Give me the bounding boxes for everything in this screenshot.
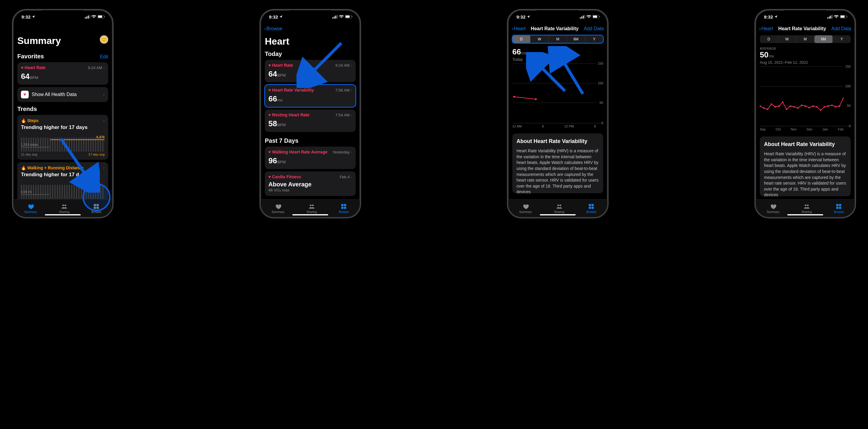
seg-D[interactable]: D xyxy=(512,35,531,43)
card-heart-rate-variability[interactable]: ♥Heart Rate Variability7:56 AM› 66ms xyxy=(265,85,356,107)
x-labels: 12 AM612 PM6 xyxy=(512,124,603,128)
seg-6M[interactable]: 6M xyxy=(814,35,833,43)
svg-rect-15 xyxy=(334,17,335,19)
svg-rect-20 xyxy=(352,16,352,17)
chevron-icon: › xyxy=(351,175,352,179)
tab-sharing[interactable]: Sharing xyxy=(306,203,316,213)
date-range: Aug 15, 2021–Feb 12, 2022 xyxy=(760,60,851,65)
location-icon xyxy=(279,15,283,19)
tab-sharing[interactable]: Sharing xyxy=(801,203,811,213)
tab-label: Sharing xyxy=(801,210,811,213)
today-header: Today xyxy=(265,51,282,57)
show-all-health-data[interactable]: ♥ Show All Health Data › xyxy=(17,87,108,102)
trend-legend-l: 11-day avg xyxy=(21,152,37,156)
nav-bar: ‹Browse xyxy=(261,23,360,34)
seg-Y[interactable]: Y xyxy=(833,35,851,43)
tab-summary[interactable]: Summary xyxy=(24,203,37,213)
home-indicator[interactable] xyxy=(292,214,328,216)
home-indicator[interactable] xyxy=(540,214,576,216)
status-time: 9:32 xyxy=(764,15,773,20)
notch xyxy=(784,10,826,19)
card-trend-walking[interactable]: 🔥Walking + Running Distance › Trending h… xyxy=(17,162,108,199)
about-title: About Heart Rate Variability xyxy=(764,141,846,148)
svg-point-21 xyxy=(310,205,311,206)
tab-label: Summary xyxy=(767,210,779,213)
edit-button[interactable]: Edit xyxy=(100,54,108,60)
card-trend-steps[interactable]: 🔥Steps › Trending higher for 17 days 11-… xyxy=(17,115,108,160)
home-indicator[interactable] xyxy=(45,214,81,216)
card-value: 58 xyxy=(269,119,277,128)
seg-D[interactable]: D xyxy=(760,35,778,43)
tab-summary[interactable]: Summary xyxy=(272,203,284,213)
wifi-icon xyxy=(91,15,96,19)
status-time: 9:32 xyxy=(22,15,30,20)
svg-point-38 xyxy=(560,205,561,206)
hrv-chart[interactable]: 150 100 50 0 xyxy=(512,63,603,123)
cell-icon xyxy=(580,15,585,19)
seg-W[interactable]: W xyxy=(778,35,796,43)
x-label: 6 xyxy=(594,124,596,128)
phone-hrv-day: 9:32 ‹Heart Heart Rate Variability Add D… xyxy=(507,9,609,219)
svg-rect-34 xyxy=(599,16,600,17)
chevron-left-icon: ‹ xyxy=(264,26,266,31)
svg-rect-40 xyxy=(591,204,594,206)
back-button[interactable]: ‹Browse xyxy=(264,26,282,31)
tab-label: Sharing xyxy=(554,210,564,213)
status-right xyxy=(580,15,600,19)
card-title: Walking Heart Rate Average xyxy=(272,150,327,154)
tab-sharing[interactable]: Sharing xyxy=(59,203,69,213)
tab-summary[interactable]: Summary xyxy=(767,203,779,213)
seg-M[interactable]: M xyxy=(796,35,814,43)
status-right xyxy=(332,15,353,19)
card-heart-rate[interactable]: ♥Heart Rate9:24 AM› 64BPM xyxy=(265,60,356,82)
back-button[interactable]: ‹Heart xyxy=(759,26,773,31)
card-value: 96 xyxy=(269,156,277,165)
seg-M[interactable]: M xyxy=(549,35,567,43)
add-data-button[interactable]: Add Data xyxy=(584,26,604,31)
svg-point-74 xyxy=(843,97,843,99)
card-title: Steps xyxy=(27,118,38,123)
avatar[interactable]: 🙂 xyxy=(100,35,108,44)
svg-point-60 xyxy=(790,105,791,107)
seg-6M[interactable]: 6M xyxy=(567,35,585,43)
card-cardio-fitness[interactable]: ♥Cardio FitnessFeb 4› Above Average 46 V… xyxy=(265,171,356,196)
svg-point-54 xyxy=(767,109,769,110)
card-resting-heart-rate[interactable]: ♥Resting Heart Rate7:54 AM› 58BPM xyxy=(265,110,356,132)
home-indicator[interactable] xyxy=(787,214,823,216)
svg-rect-77 xyxy=(836,204,838,206)
seg-Y[interactable]: Y xyxy=(585,35,603,43)
card-heart-rate[interactable]: ♥Heart Rate 9:24 AM› 64BPM xyxy=(17,62,108,85)
svg-rect-26 xyxy=(344,207,346,209)
trend-headline: Trending higher for 17 d xyxy=(21,172,104,178)
back-button[interactable]: ‹Heart xyxy=(512,26,525,31)
time-range-segmented[interactable]: DWM6MY xyxy=(512,35,603,43)
time-range-segmented[interactable]: DWM6MY xyxy=(760,35,851,43)
about-card: About Heart Rate Variability Heart Rate … xyxy=(512,134,603,193)
svg-point-68 xyxy=(820,109,822,111)
svg-rect-48 xyxy=(832,15,833,19)
card-walking-hr-avg[interactable]: ♥Walking Heart Rate AverageYesterday› 96… xyxy=(265,147,356,169)
tab-browse[interactable]: Browse xyxy=(834,203,844,213)
phone-summary: 9:32 Summary 🙂 Favorites Edit ♥Heart Rat… xyxy=(12,9,114,219)
seg-W[interactable]: W xyxy=(531,35,549,43)
tab-browse[interactable]: Browse xyxy=(339,203,349,213)
trend-headline: Trending higher for 17 days xyxy=(21,124,104,131)
y-label: 50 xyxy=(599,101,603,105)
add-data-button[interactable]: Add Data xyxy=(831,26,851,31)
svg-point-69 xyxy=(824,106,825,108)
trend-base-line xyxy=(21,194,49,195)
card-sub: 46 VO₂ max xyxy=(269,188,352,192)
tab-summary[interactable]: Summary xyxy=(519,203,532,213)
x-label: 12 PM xyxy=(564,124,574,128)
hrv-chart[interactable]: 150 100 50 0 xyxy=(760,66,851,126)
about-text: Heart Rate Variability (HRV) is a measur… xyxy=(517,148,599,193)
notch xyxy=(42,10,84,19)
page-title: Heart xyxy=(265,36,356,47)
tab-browse[interactable]: Browse xyxy=(586,203,596,213)
svg-rect-12 xyxy=(97,207,99,209)
tab-browse[interactable]: Browse xyxy=(91,203,101,213)
card-unit: BPM xyxy=(277,160,286,164)
tab-sharing[interactable]: Sharing xyxy=(554,203,564,213)
battery-icon xyxy=(345,15,353,19)
svg-point-66 xyxy=(812,105,814,107)
